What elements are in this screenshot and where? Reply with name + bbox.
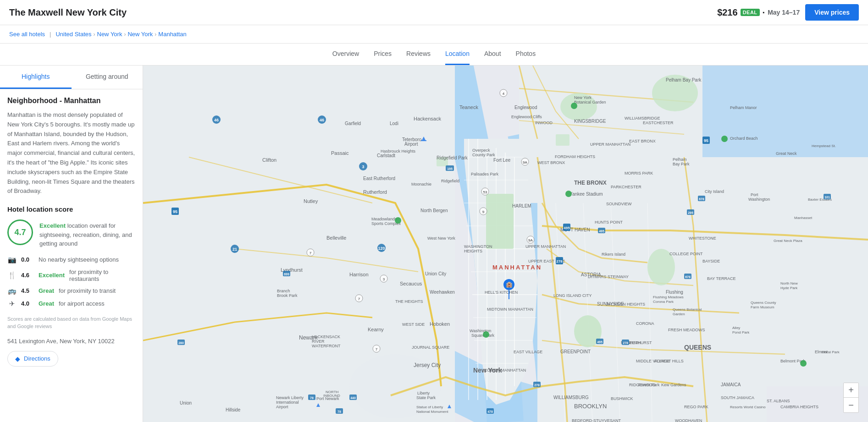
- svg-text:Fort Lee: Fort Lee: [493, 158, 511, 163]
- svg-point-255: [483, 331, 489, 338]
- main-content: Highlights Getting around Neighborhood -…: [0, 66, 868, 422]
- tab-location[interactable]: Location: [445, 44, 470, 65]
- svg-text:Liberty: Liberty: [417, 391, 430, 395]
- svg-text:MANHATTAN: MANHATTAN: [492, 264, 542, 271]
- svg-text:WOODHAVEN: WOODHAVEN: [675, 418, 702, 422]
- svg-text:678: 678: [699, 197, 704, 201]
- airport-label: for airport access: [59, 300, 105, 307]
- svg-text:Hempstead St.: Hempstead St.: [812, 144, 836, 148]
- svg-text:International: International: [276, 400, 299, 405]
- location-score-title: Hotel location score: [7, 205, 135, 213]
- svg-text:New York: New York: [574, 95, 592, 100]
- tab-about[interactable]: About: [484, 44, 501, 65]
- price-value: $216: [717, 7, 738, 18]
- svg-text:Corona Park: Corona Park: [653, 300, 674, 304]
- header: The Maxwell New York City $216 DEAL · Ma…: [0, 0, 868, 25]
- tab-photos[interactable]: Photos: [516, 44, 536, 65]
- svg-text:WEST SIDE: WEST SIDE: [402, 322, 425, 327]
- restaurants-value: 4.6: [21, 272, 34, 279]
- tab-prices[interactable]: Prices: [374, 44, 392, 65]
- svg-text:78: 78: [337, 410, 341, 413]
- svg-text:UPPER MANHATTAN: UPPER MANHATTAN: [590, 142, 630, 147]
- svg-text:7: 7: [358, 297, 360, 301]
- view-prices-button[interactable]: View prices: [805, 4, 859, 21]
- svg-text:4: 4: [503, 92, 505, 96]
- svg-text:95: 95: [173, 209, 177, 214]
- svg-text:Hoboken: Hoboken: [430, 321, 450, 327]
- header-left: The Maxwell New York City: [9, 7, 127, 18]
- deal-badge: DEAL: [741, 9, 760, 16]
- breadcrumb-item-3[interactable]: Manhattan: [158, 31, 186, 38]
- svg-text:LONG ISLAND CITY: LONG ISLAND CITY: [553, 293, 592, 298]
- sightseeing-label: No nearby sightseeing options: [39, 256, 119, 263]
- svg-text:National Monument: National Monument: [416, 410, 448, 414]
- svg-text:Lodi: Lodi: [390, 121, 398, 126]
- panel-tab-highlights[interactable]: Highlights: [0, 66, 72, 89]
- svg-text:RIDGEWOOD: RIDGEWOOD: [629, 383, 656, 387]
- svg-text:Brook Park: Brook Park: [277, 293, 298, 298]
- svg-text:FORDHAM HEIGHTS: FORDHAM HEIGHTS: [555, 154, 595, 159]
- map-container[interactable]: MANHATTAN New York Newark Harrison Secau…: [143, 66, 868, 422]
- breadcrumb-item-2[interactable]: New York: [127, 31, 153, 38]
- svg-text:HARLEM: HARLEM: [512, 203, 531, 208]
- svg-text:HEIGHTS: HEIGHTS: [464, 249, 482, 253]
- svg-text:278: 278: [556, 259, 563, 263]
- svg-text:9: 9: [482, 210, 485, 214]
- svg-text:DITMARS STEINWAY: DITMARS STEINWAY: [588, 274, 629, 279]
- directions-button[interactable]: ◆ Directions: [7, 351, 58, 367]
- zoom-out-button[interactable]: −: [844, 398, 858, 412]
- breadcrumb-see-all[interactable]: See all hotels: [9, 31, 45, 38]
- svg-text:Passaic: Passaic: [331, 150, 349, 156]
- sightseeing-value: 0.0: [21, 256, 34, 263]
- breadcrumb: See all hotels | United States › New Yor…: [0, 25, 868, 44]
- svg-text:9A: 9A: [523, 160, 527, 164]
- breadcrumb-sep-0: ›: [94, 31, 95, 38]
- svg-text:SOUTH JAMAICA: SOUTH JAMAICA: [721, 395, 754, 400]
- svg-text:101: 101: [824, 196, 830, 199]
- hotel-address: 541 Lexington Ave, New York, NY 10022: [7, 338, 135, 345]
- svg-point-256: [721, 136, 728, 142]
- svg-text:BAY TERRACE: BAY TERRACE: [707, 276, 736, 281]
- breadcrumb-item-1[interactable]: New York: [97, 31, 122, 38]
- svg-point-257: [800, 360, 807, 367]
- neighborhood-title: Neighborhood - Manhattan: [7, 97, 135, 105]
- restaurants-label: for proximity to restaurants: [69, 269, 135, 282]
- tab-overview[interactable]: Overview: [332, 44, 359, 65]
- svg-text:EASTCHESTER: EASTCHESTER: [643, 121, 674, 125]
- svg-point-254: [571, 103, 577, 109]
- svg-text:Garfield: Garfield: [345, 121, 361, 126]
- svg-text:JAMAICA: JAMAICA: [721, 382, 741, 387]
- svg-text:North New: North New: [780, 281, 798, 285]
- map-placeholder: MANHATTAN New York Newark Harrison Secau…: [143, 66, 868, 422]
- panel-tab-getting-around[interactable]: Getting around: [72, 66, 143, 89]
- svg-text:INWOOD: INWOOD: [535, 121, 553, 125]
- svg-text:Englewood: Englewood: [514, 105, 537, 110]
- zoom-in-button[interactable]: +: [844, 383, 858, 398]
- svg-text:Garden: Garden: [673, 312, 685, 316]
- score-circle-row: 4.7 Excellent location overall for sight…: [7, 219, 135, 248]
- svg-point-252: [395, 217, 401, 224]
- svg-text:Pelham Manor: Pelham Manor: [730, 105, 757, 110]
- svg-point-253: [565, 191, 572, 197]
- svg-text:CORONA: CORONA: [636, 321, 654, 326]
- svg-text:REGO PARK: REGO PARK: [684, 405, 708, 409]
- svg-text:ELMHURST: ELMHURST: [629, 340, 652, 345]
- breadcrumb-item-0[interactable]: United States: [55, 31, 91, 38]
- svg-text:Farm Museum: Farm Museum: [751, 305, 774, 309]
- svg-text:THE BRONX: THE BRONX: [574, 180, 607, 186]
- header-right: $216 DEAL · May 14–17 View prices: [717, 4, 859, 21]
- svg-text:WASHINGTON: WASHINGTON: [464, 244, 492, 249]
- svg-text:ST. ALBANS: ST. ALBANS: [767, 399, 790, 403]
- restaurants-quality: Excellent: [39, 272, 65, 279]
- svg-text:Great Neck: Great Neck: [776, 151, 797, 156]
- plane-icon: ✈: [7, 300, 17, 308]
- score-rows: 📷 0.0 No nearby sightseeing options 🍴 4.…: [7, 256, 135, 308]
- svg-text:Orchard Beach: Orchard Beach: [730, 136, 758, 141]
- svg-text:Manhasset: Manhasset: [794, 216, 813, 220]
- svg-text:WATERFRONT: WATERFRONT: [312, 344, 341, 348]
- score-row-sightseeing: 📷 0.0 No nearby sightseeing options: [7, 256, 135, 264]
- svg-text:JOURNAL SQUARE: JOURNAL SQUARE: [412, 345, 449, 350]
- tab-reviews[interactable]: Reviews: [406, 44, 431, 65]
- svg-text:Moonachie: Moonachie: [411, 182, 431, 186]
- svg-text:Hasbrouck Heights: Hasbrouck Heights: [381, 149, 416, 153]
